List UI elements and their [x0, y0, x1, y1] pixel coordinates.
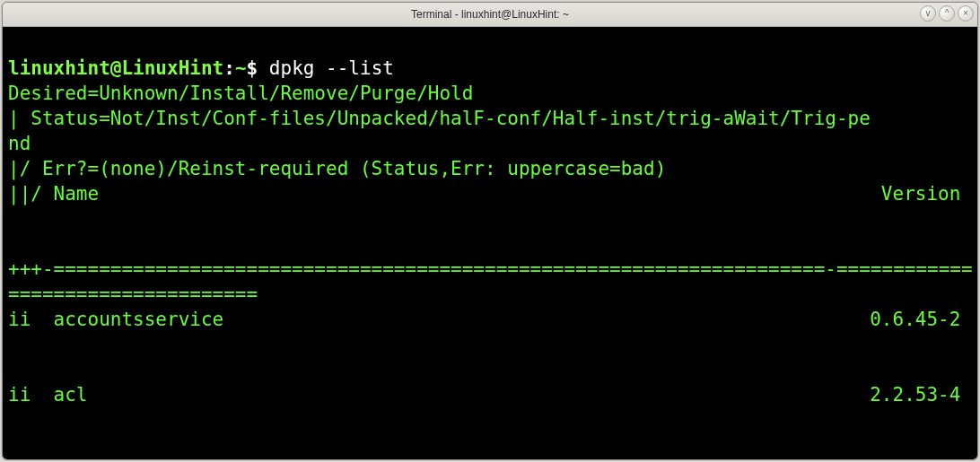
output-line: Desired=Unknown/Install/Remove/Purge/Hol…: [8, 83, 473, 104]
blank-line: [8, 359, 20, 380]
maximize-icon: ^: [945, 9, 949, 18]
pkg-version: 3.118: [904, 458, 972, 459]
pkg-name: accountsservice: [54, 307, 224, 332]
maximize-button[interactable]: ^: [939, 5, 955, 22]
pkg-status: ii: [8, 458, 54, 459]
prompt-separator: :: [223, 57, 235, 79]
package-row: iiaccountsservice0.6.45-2: [8, 307, 972, 332]
output-line: | Status=Not/Inst/Conf-files/Unpacked/ha…: [8, 108, 871, 129]
window-controls: v ^ ×: [920, 5, 974, 22]
column-header-row: ||/NameVersion: [8, 181, 972, 206]
pkg-version: 0.6.45-2: [870, 307, 972, 332]
command-text: dpkg --list: [269, 57, 394, 79]
blank-line: [8, 233, 20, 255]
prompt-user-host: linuxhint@LinuxHint: [8, 57, 223, 79]
separator-line: +++-====================================…: [8, 258, 973, 280]
column-version-label: Version: [881, 181, 972, 206]
pkg-version: 2.2.53-4: [870, 382, 972, 407]
close-button[interactable]: ×: [958, 5, 974, 22]
terminal-window: Terminal - linuxhint@LinuxHint: ~ v ^ × …: [2, 2, 978, 460]
separator-line: ======================: [8, 283, 258, 305]
pkg-name: acl: [54, 382, 88, 407]
minimize-button[interactable]: v: [920, 5, 936, 22]
minimize-icon: v: [926, 9, 931, 18]
pkg-status: ii: [8, 307, 54, 332]
prompt-path: ~: [235, 57, 247, 79]
terminal-body[interactable]: linuxhint@LinuxHint:~$ dpkg --list Desir…: [3, 27, 977, 459]
close-icon: ×: [963, 9, 968, 18]
package-row: iiacl2.2.53-4: [8, 382, 972, 407]
prompt-dollar: $: [247, 57, 258, 79]
titlebar[interactable]: Terminal - linuxhint@LinuxHint: ~ v ^ ×: [3, 3, 977, 27]
output-line: nd: [8, 133, 31, 154]
window-title: Terminal - linuxhint@LinuxHint: ~: [411, 8, 569, 21]
pkg-status: ii: [8, 382, 54, 407]
column-name-label: Name: [54, 181, 100, 206]
pkg-name: adduser: [54, 458, 134, 459]
output-line: |/ Err?=(none)/Reinst-required (Status,E…: [8, 158, 666, 179]
blank-line: [8, 434, 20, 456]
column-marker: ||/: [8, 181, 54, 206]
package-row: iiadduser3.118: [8, 458, 972, 459]
